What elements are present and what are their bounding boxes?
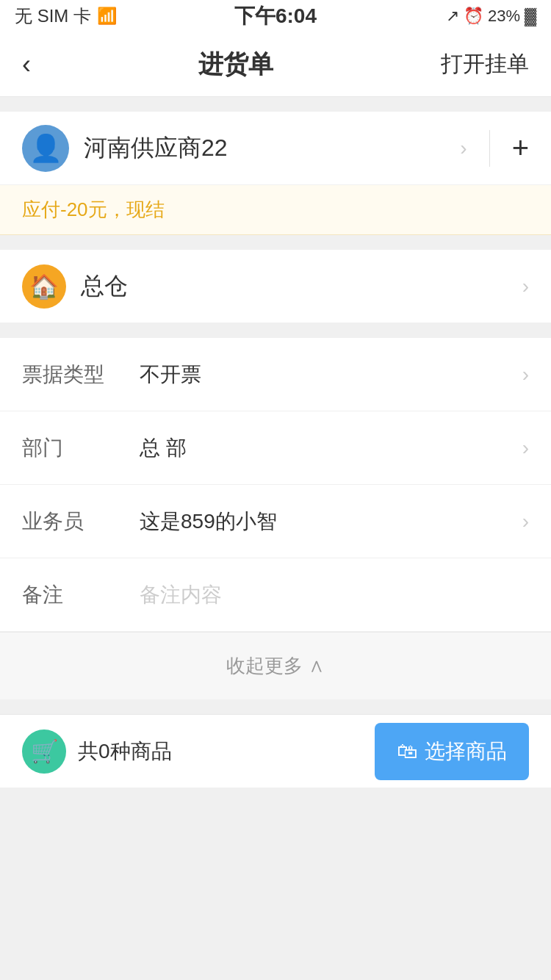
vertical-divider bbox=[489, 130, 490, 167]
product-bar: 🛒 共0种商品 🛍 选择商品 bbox=[0, 714, 551, 788]
chevron-right-icon: › bbox=[522, 510, 529, 533]
notice-text: 应付-20元，现结 bbox=[22, 198, 165, 220]
collapse-label: 收起更多 ∧ bbox=[226, 653, 324, 679]
department-label: 部门 bbox=[22, 434, 125, 462]
supplier-name: 河南供应商22 bbox=[84, 132, 460, 165]
status-left: 无 SIM 卡 📶 bbox=[15, 4, 117, 28]
chevron-right-icon: › bbox=[522, 436, 529, 460]
status-bar: 无 SIM 卡 📶 下午6:04 ↗ ⏰ 23% ▓ bbox=[0, 0, 551, 32]
sim-label: 无 SIM 卡 bbox=[15, 4, 91, 28]
department-value: 总 部 bbox=[125, 434, 522, 462]
status-time: 下午6:04 bbox=[234, 2, 317, 30]
back-button[interactable]: ‹ bbox=[22, 49, 31, 80]
ticket-type-value: 不开票 bbox=[125, 361, 522, 389]
warehouse-row[interactable]: 🏠 总仓 › bbox=[0, 250, 551, 323]
supplier-row[interactable]: 👤 河南供应商22 › + bbox=[0, 112, 551, 185]
wifi-icon: 📶 bbox=[97, 7, 117, 26]
alarm-icon: ⏰ bbox=[464, 7, 483, 26]
chevron-right-icon: › bbox=[522, 275, 529, 298]
notice-bar: 应付-20元，现结 bbox=[0, 185, 551, 235]
status-right: ↗ ⏰ 23% ▓ bbox=[446, 7, 536, 26]
open-pending-button[interactable]: 打开挂单 bbox=[441, 49, 529, 79]
section-divider-1 bbox=[0, 97, 551, 112]
avatar: 👤 bbox=[22, 125, 69, 172]
bottom-fill bbox=[0, 788, 551, 980]
user-icon: 👤 bbox=[29, 133, 62, 164]
warehouse-section: 🏠 总仓 › bbox=[0, 250, 551, 323]
select-product-icon: 🛍 bbox=[397, 739, 417, 763]
remark-label: 备注 bbox=[22, 581, 125, 609]
location-icon: ↗ bbox=[446, 7, 459, 26]
warehouse-icon-wrap: 🏠 bbox=[22, 264, 66, 309]
warehouse-icon: 🏠 bbox=[29, 273, 59, 300]
chevron-right-icon: › bbox=[522, 363, 529, 386]
salesperson-value: 这是859的小智 bbox=[125, 508, 522, 536]
ticket-type-row[interactable]: 票据类型 不开票 › bbox=[0, 338, 551, 411]
battery-icon: ▓ bbox=[525, 7, 536, 26]
add-button[interactable]: + bbox=[512, 131, 529, 165]
section-divider-2 bbox=[0, 235, 551, 250]
supplier-section: 👤 河南供应商22 › + 应付-20元，现结 bbox=[0, 112, 551, 235]
cart-icon: 🛒 bbox=[31, 738, 58, 764]
fields-section: 票据类型 不开票 › 部门 总 部 › 业务员 这是859的小智 › 备注 备注… bbox=[0, 338, 551, 699]
remark-row[interactable]: 备注 备注内容 bbox=[0, 558, 551, 632]
remark-input[interactable]: 备注内容 bbox=[125, 581, 529, 609]
select-product-button[interactable]: 🛍 选择商品 bbox=[375, 723, 529, 780]
section-divider-3 bbox=[0, 323, 551, 338]
collapse-row[interactable]: 收起更多 ∧ bbox=[0, 632, 551, 699]
product-icon-wrap: 🛒 bbox=[22, 729, 66, 774]
salesperson-row[interactable]: 业务员 这是859的小智 › bbox=[0, 485, 551, 558]
salesperson-label: 业务员 bbox=[22, 508, 125, 536]
product-left: 🛒 共0种商品 bbox=[22, 729, 172, 774]
supplier-actions: › + bbox=[460, 130, 529, 167]
select-product-label: 选择商品 bbox=[425, 738, 507, 765]
nav-bar: ‹ 进货单 打开挂单 bbox=[0, 32, 551, 97]
warehouse-label: 总仓 bbox=[81, 270, 522, 303]
product-count: 共0种商品 bbox=[78, 738, 172, 765]
battery-label: 23% bbox=[488, 7, 520, 26]
department-row[interactable]: 部门 总 部 › bbox=[0, 411, 551, 485]
ticket-type-label: 票据类型 bbox=[22, 361, 125, 389]
page-title: 进货单 bbox=[198, 48, 273, 82]
chevron-right-icon: › bbox=[460, 137, 467, 160]
